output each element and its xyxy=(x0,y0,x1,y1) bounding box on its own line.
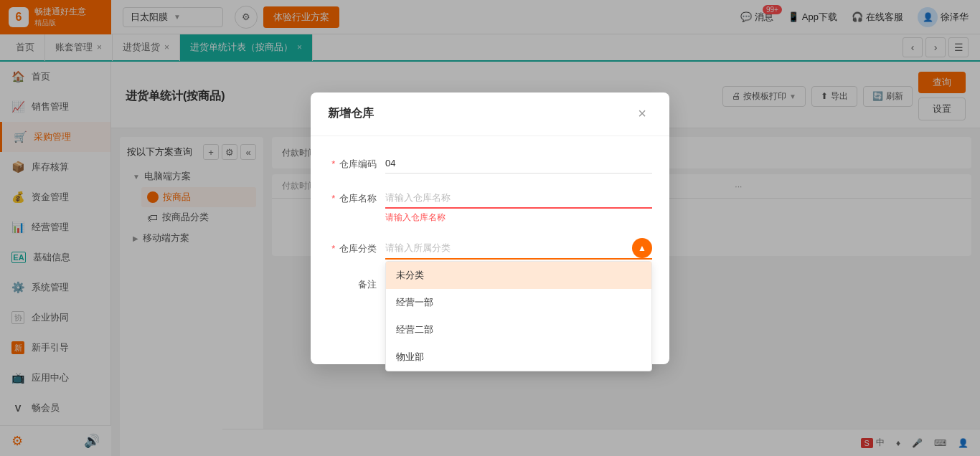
name-control: 请输入仓库名称 xyxy=(385,188,652,224)
warehouse-name-input[interactable] xyxy=(385,188,652,209)
chevron-up-icon: ▲ xyxy=(638,243,646,253)
dropdown-option-dept1[interactable]: 经营一部 xyxy=(386,289,651,316)
modal-header: 新增仓库 × xyxy=(311,92,669,136)
dropdown-toggle-button[interactable]: ▲ xyxy=(632,238,652,258)
class-control: ▲ 未分类 经营一部 经营二部 物业部 xyxy=(385,238,652,260)
warehouse-code-row: * 仓库编码 xyxy=(328,153,652,174)
modal-body: * 仓库编码 * 仓库名称 请输入仓库名称 xyxy=(311,136,669,324)
name-error-message: 请输入仓库名称 xyxy=(385,212,652,224)
dropdown-option-dept2[interactable]: 经营二部 xyxy=(386,316,651,343)
modal-overlay: 新增仓库 × * 仓库编码 * 仓库名称 xyxy=(0,0,980,456)
modal-title: 新增仓库 xyxy=(328,106,374,121)
class-label: * 仓库分类 xyxy=(328,238,385,255)
remark-label: 备注 xyxy=(328,274,385,291)
code-control xyxy=(385,153,652,174)
warehouse-name-row: * 仓库名称 请输入仓库名称 xyxy=(328,188,652,224)
class-dropdown-row: ▲ xyxy=(385,238,652,260)
add-warehouse-modal: 新增仓库 × * 仓库编码 * 仓库名称 xyxy=(311,92,669,364)
code-label: * 仓库编码 xyxy=(328,153,385,171)
class-dropdown-list: 未分类 经营一部 经营二部 物业部 xyxy=(385,261,652,371)
warehouse-class-row: * 仓库分类 ▲ 未分类 经营一部 经营二部 物业部 xyxy=(328,238,652,260)
name-label: * 仓库名称 xyxy=(328,188,385,205)
warehouse-code-input[interactable] xyxy=(385,153,652,174)
dropdown-option-uncategorized[interactable]: 未分类 xyxy=(386,262,651,289)
warehouse-class-input[interactable] xyxy=(385,238,632,257)
modal-close-button[interactable]: × xyxy=(632,104,652,124)
dropdown-option-dept3[interactable]: 物业部 xyxy=(386,343,651,371)
